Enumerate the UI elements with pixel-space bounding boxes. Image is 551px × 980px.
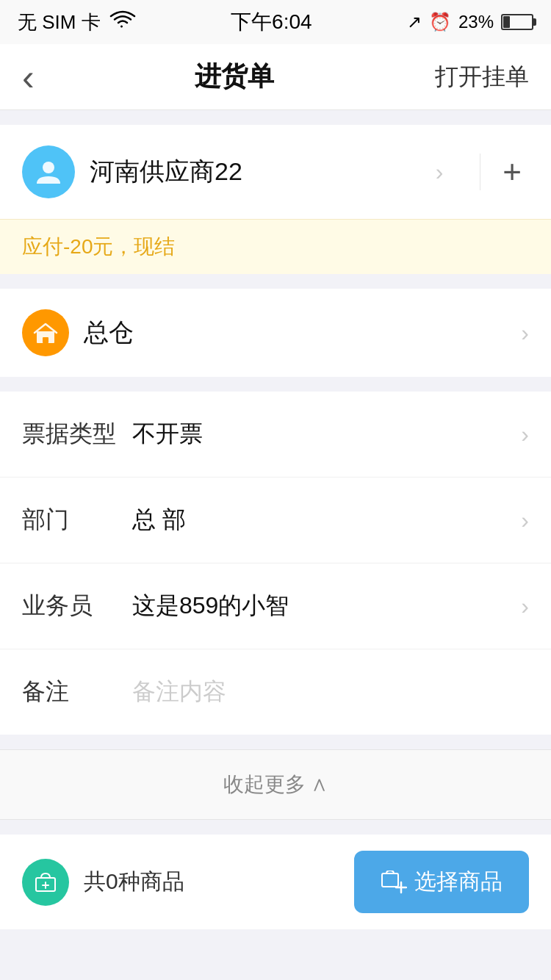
add-button[interactable]: +: [495, 154, 529, 190]
battery-label: 23%: [458, 12, 494, 32]
supplier-name: 河南供应商22: [90, 155, 436, 189]
status-left: 无 SIM 卡: [18, 10, 136, 35]
dept-chevron-icon: ›: [521, 507, 529, 534]
svg-rect-6: [382, 873, 398, 887]
product-count-label: 共0种商品: [84, 867, 354, 897]
warehouse-name: 总仓: [84, 316, 514, 350]
bill-type-value: 不开票: [132, 418, 514, 450]
warehouse-chevron-icon: ›: [521, 320, 529, 347]
product-icon: [22, 859, 69, 906]
remark-input[interactable]: 备注内容: [132, 676, 529, 708]
alarm-icon: ⏰: [429, 12, 451, 32]
status-bar: 无 SIM 卡 下午6:04 ↗ ⏰ 23%: [0, 0, 551, 44]
dept-value: 总 部: [132, 504, 514, 536]
open-pending-button[interactable]: 打开挂单: [435, 61, 529, 93]
collapse-row[interactable]: 收起更多 ∧: [0, 749, 551, 820]
bill-type-chevron-icon: ›: [521, 421, 529, 448]
supplier-section: 河南供应商22 › + 应付-20元，现结: [0, 125, 551, 274]
bottom-area: [0, 929, 551, 980]
nav-bar: ‹ 进货单 打开挂单: [0, 44, 551, 110]
select-product-button[interactable]: 选择商品: [354, 851, 529, 913]
supplier-avatar: [22, 145, 75, 198]
location-icon: ↗: [407, 12, 422, 32]
dept-row[interactable]: 部门 总 部 ›: [0, 478, 551, 563]
back-button[interactable]: ‹: [22, 56, 35, 98]
bill-type-label: 票据类型: [22, 418, 118, 450]
supplier-row[interactable]: 河南供应商22 › +: [0, 125, 551, 219]
salesman-value: 这是859的小智: [132, 590, 514, 622]
salesman-label: 业务员: [22, 590, 118, 622]
collapse-label: 收起更多 ∧: [223, 771, 328, 799]
select-product-label: 选择商品: [414, 867, 503, 897]
divider: [480, 154, 480, 190]
dept-label: 部门: [22, 504, 118, 536]
battery-icon: [501, 14, 533, 30]
product-footer: 共0种商品 选择商品: [0, 835, 551, 929]
bill-type-row[interactable]: 票据类型 不开票 ›: [0, 392, 551, 478]
form-section: 票据类型 不开票 › 部门 总 部 › 业务员 这是859的小智 › 备注 备注…: [0, 392, 551, 735]
warehouse-section[interactable]: 总仓 ›: [0, 289, 551, 377]
status-right: ↗ ⏰ 23%: [407, 12, 533, 32]
svg-point-0: [43, 162, 54, 173]
page-title: 进货单: [195, 59, 274, 95]
remark-row[interactable]: 备注 备注内容: [0, 649, 551, 735]
salesman-row[interactable]: 业务员 这是859的小智 ›: [0, 563, 551, 649]
warehouse-icon: [22, 309, 69, 356]
wifi-icon: [109, 10, 136, 35]
svg-rect-2: [43, 337, 48, 343]
notice-text: 应付-20元，现结: [22, 235, 175, 258]
notice-bar: 应付-20元，现结: [0, 219, 551, 274]
section-gap-1: [0, 110, 551, 125]
salesman-chevron-icon: ›: [521, 593, 529, 620]
supplier-chevron-icon: ›: [436, 159, 444, 186]
carrier-label: 无 SIM 卡: [18, 10, 101, 35]
remark-label: 备注: [22, 676, 118, 708]
time-label: 下午6:04: [231, 8, 312, 36]
